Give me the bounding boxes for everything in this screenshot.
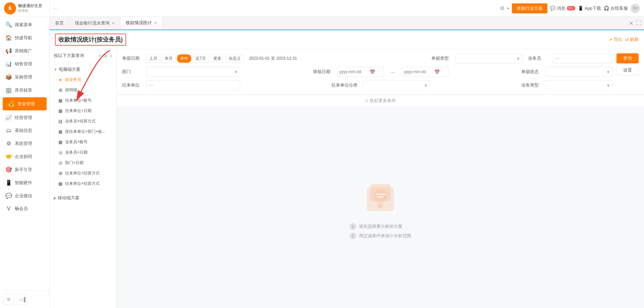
sidebar-item-wechat[interactable]: 💬 企业微信	[0, 189, 49, 202]
add-plan-icon[interactable]: +	[99, 53, 101, 58]
tab-expand-btn[interactable]: ⛶	[636, 20, 641, 26]
wechat-icon: 💬	[5, 193, 12, 199]
app-download-btn[interactable]: 📱 App下载	[578, 5, 601, 11]
download-icon: 📱	[578, 6, 583, 11]
collapse-bar[interactable]: ∧ 收起更多条件	[117, 95, 644, 106]
voucher-type-select[interactable]: ▾	[455, 53, 523, 63]
salesperson-input[interactable]: ···	[552, 53, 612, 63]
plan-item-by-salesperson[interactable]: ● 按业务员	[50, 74, 116, 85]
collapse-label: ∧ 收起更多条件	[365, 98, 396, 103]
sidebar-item-search[interactable]: 🔍 搜索菜单	[0, 18, 49, 31]
sidebar-item-collab[interactable]: 🤝 企业协同	[0, 150, 49, 163]
review-to-group: 📅	[402, 67, 449, 77]
plan-item-salesperson-settle[interactable]: ▤ 业务员+结算方式	[50, 116, 116, 126]
plan-item-by-detail[interactable]: ⊞ 按明细	[50, 85, 116, 95]
item-salesperson-icon: ●	[58, 77, 63, 82]
user-avatar[interactable]: Rit	[631, 4, 640, 13]
date-btn-this-year[interactable]: 本年	[177, 54, 191, 63]
counterpart-dots-btn[interactable]: ···	[149, 82, 154, 88]
inventory-icon: 🏢	[5, 87, 12, 93]
tab-receipt-stats[interactable]: 收款情况统计 ✕	[120, 17, 163, 30]
sidebar-item-purchase[interactable]: 📦 采购管理	[0, 70, 49, 84]
header-settings-icon[interactable]: ⚙	[500, 5, 504, 11]
salesperson-dots-btn[interactable]: ···	[555, 55, 559, 61]
sidebar-item-marketing[interactable]: 📢 营销推广	[0, 44, 49, 57]
plan-item-partner-account[interactable]: ▦ 往来单位+账号	[50, 95, 116, 106]
member-icon: V	[5, 206, 12, 212]
salesperson-label: 业务员	[528, 55, 547, 61]
date-btn-more[interactable]: 更多	[210, 54, 224, 63]
date-btn-this-month[interactable]: 本月	[162, 54, 176, 63]
mobile-section-header[interactable]: ▶ 移动端方案	[50, 193, 116, 203]
sales-icon: 📊	[5, 61, 12, 67]
logo-badge: 标准版	[18, 8, 42, 13]
business-type-label: 业务类型	[521, 82, 540, 88]
sidebar-item-quicknav[interactable]: 🏠 快捷导航	[0, 31, 49, 44]
date-btn-last-month[interactable]: 上月	[146, 54, 160, 63]
tab-bank-flow[interactable]: 现金银行流水查询 ✕	[69, 17, 120, 30]
svg-rect-3	[375, 194, 385, 195]
tab-home[interactable]: 首页	[50, 17, 69, 30]
filter-settings-button[interactable]: 设置	[616, 65, 639, 75]
breadcrumb-dots: ···	[54, 6, 57, 11]
counterpart-category-select[interactable]: ▾	[363, 80, 430, 90]
sidebar-settings-btn[interactable]: ⚙	[3, 294, 14, 305]
query-button[interactable]: 查询	[616, 53, 639, 63]
plan-settings-icon[interactable]: ⚙	[103, 53, 108, 58]
sidebar-item-system[interactable]: ⚙ 系统管理	[0, 137, 49, 150]
collapse-panel-icon[interactable]: «	[110, 53, 112, 58]
plan-item-dept-date[interactable]: ◎ 部门+日期	[50, 158, 116, 168]
single-status-select[interactable]: ▾	[545, 67, 612, 77]
counterpart-category-label: 往来单位分类	[331, 82, 358, 88]
sidebar-item-guide[interactable]: 🎯 新手引导	[0, 163, 49, 176]
hardware-icon: 📱	[5, 179, 12, 186]
plan-item-salesperson-account[interactable]: ▦ 业务员+账号	[50, 137, 116, 147]
sidebar-item-hardware[interactable]: 📱 智能硬件	[0, 176, 49, 189]
date-btn-7days[interactable]: 近7天	[193, 54, 209, 63]
sidebar-item-basics[interactable]: 🗂 基础信息	[0, 124, 49, 137]
sidebar-item-member[interactable]: V 畅会员	[0, 202, 49, 215]
basics-icon: 🗂	[5, 127, 12, 134]
voucher-type-label: 单据类型	[431, 55, 450, 61]
online-service-btn[interactable]: 🎧 在线客服	[604, 5, 628, 11]
svg-point-5	[378, 203, 383, 209]
header-chevron-icon[interactable]: ▾	[507, 6, 509, 11]
counterpart-label: 往来单位	[122, 82, 141, 88]
counterpart-select[interactable]: ···	[146, 80, 240, 90]
message-badge: 99+	[567, 6, 575, 10]
sidebar-item-inventory[interactable]: 🏢 库存核算	[0, 84, 49, 97]
business-type-arrow: ▾	[607, 83, 609, 88]
sidebar-item-finance[interactable]: 💰 资金管理	[3, 97, 47, 110]
review-from-group: 📅	[337, 67, 384, 77]
dept-label: 部门	[122, 69, 141, 75]
trial-button[interactable]: 体验行业方案	[512, 3, 547, 13]
empty-illustration	[360, 177, 400, 218]
single-status-label: 单据状态	[521, 69, 540, 75]
review-date-from[interactable]	[339, 69, 369, 74]
filter-section: 单据日期 上月 本月 本年 近7天 更多 自定义 2023-01-01	[117, 49, 644, 95]
tab-receipt-stats-close[interactable]: ✕	[154, 21, 157, 25]
dept-select[interactable]: ▾	[146, 67, 240, 77]
plan-item-partner-dept[interactable]: ▦ 按往来单位+部门+收...	[50, 126, 116, 137]
tab-bank-flow-close[interactable]: ✕	[112, 21, 115, 25]
tab-close-all-btn[interactable]: ✕	[629, 20, 633, 27]
sidebar-collapse-btn[interactable]: ◁▐	[17, 294, 28, 305]
plan-item-partner-settle2[interactable]: ▦ 往来单位+结算方式	[50, 178, 116, 189]
plan-item-partner-settle1[interactable]: ⊞ 往来单位+结算方式	[50, 168, 116, 178]
plan-item-partner-date[interactable]: ▦ 往来单位+日期	[50, 106, 116, 116]
export-button[interactable]: ↗ 导出	[608, 37, 622, 43]
item-pdc-icon: ▦	[58, 129, 63, 134]
step-num-2: 2	[350, 233, 356, 239]
date-btn-custom[interactable]: 自定义	[226, 54, 244, 63]
sidebar-item-sales[interactable]: 📊 销售管理	[0, 57, 49, 70]
sidebar-bottom: ⚙ ◁▐	[0, 290, 49, 308]
refresh-button[interactable]: ↺ 刷新	[625, 37, 639, 43]
plan-item-salesperson-date[interactable]: ◎ 业务员+日期	[50, 147, 116, 158]
message-btn[interactable]: 💬 消息 99+	[550, 5, 575, 11]
sidebar-item-operations[interactable]: 📈 经营管理	[0, 111, 49, 124]
review-date-to[interactable]	[404, 69, 434, 74]
home-icon: 🏠	[5, 35, 12, 41]
business-type-select[interactable]: ▾	[545, 80, 612, 90]
item-ss-icon: ▤	[58, 119, 63, 124]
desktop-section-header[interactable]: ▼ 电脑端方案	[50, 64, 116, 74]
